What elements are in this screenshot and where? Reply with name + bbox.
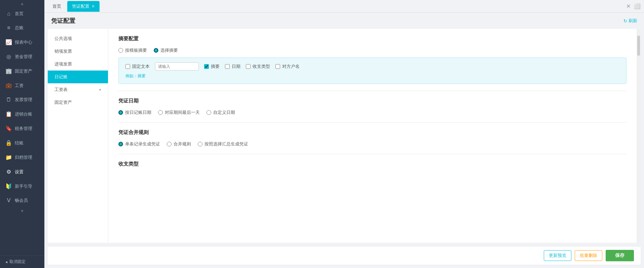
radio-custom-date[interactable]: 自定义日期 — [206, 109, 235, 116]
scrollbar-track[interactable] — [637, 29, 641, 243]
nav-item-fixed-assets[interactable]: 固定资产 — [48, 96, 108, 109]
fixed-text-checkbox[interactable] — [125, 64, 130, 69]
radio-merge-rule-input[interactable] — [167, 142, 172, 146]
sidebar-item-assets[interactable]: 🏢 固定资产 — [0, 64, 44, 78]
radio-select-label: 选择摘要 — [160, 47, 178, 53]
checkbox-summary[interactable]: 摘要 — [204, 63, 220, 70]
sidebar-item-tax[interactable]: 🔖 税务管理 — [0, 121, 44, 136]
vip-icon: V — [5, 197, 12, 204]
scrollbar-thumb[interactable] — [637, 36, 640, 56]
radio-by-select[interactable]: 按照选择汇总生成凭证 — [198, 141, 248, 147]
radio-custom-date-label: 自定义日期 — [213, 109, 235, 116]
sidebar-item-label: 资金管理 — [15, 54, 32, 60]
save-button[interactable]: 保存 — [606, 250, 634, 261]
invoice-icon: 🗒 — [5, 97, 12, 103]
reports-icon: 📈 — [5, 39, 12, 45]
summary-section-title: 摘要配置 — [118, 36, 627, 42]
tab-voucher[interactable]: 凭证配置 ✕ — [67, 1, 100, 12]
chevron-down-icon: ▾ — [99, 88, 101, 92]
date-label: 日期 — [232, 63, 240, 70]
sidebar-item-inout[interactable]: 📋 进销台账 — [0, 107, 44, 121]
sidebar-item-funds[interactable]: ◎ 资金管理 — [0, 49, 44, 64]
sidebar-item-salary[interactable]: 💼 工资 — [0, 78, 44, 93]
refresh-button[interactable]: ↻ 刷新 — [623, 18, 637, 24]
nav-item-purchase[interactable]: 进项发票 — [48, 58, 108, 71]
tab-voucher-label: 凭证配置 — [72, 3, 89, 9]
content-layout: 公共选项 销项发票 进项发票 日记账 工资表 ▾ 固定资产 — [48, 29, 641, 243]
checkbox-income-type[interactable]: 收支类型 — [246, 63, 270, 70]
summary-checkbox[interactable] — [204, 64, 209, 69]
radio-journal-date[interactable]: 按日记账日期 — [118, 109, 151, 116]
window-close-button[interactable]: ✕ — [626, 3, 631, 9]
income-type-checkbox[interactable] — [246, 64, 251, 69]
sidebar-item-guide[interactable]: 🔰 新手引导 — [0, 179, 44, 193]
fixed-text-label: 固定文本 — [132, 63, 150, 70]
radio-template-summary[interactable]: 按模板摘要 — [118, 47, 147, 53]
income-type-title: 收支类型 — [118, 161, 627, 167]
income-type-label: 收支类型 — [253, 63, 270, 70]
sidebar-item-label: 总账 — [15, 25, 24, 31]
tab-home[interactable]: 首页 — [48, 1, 66, 12]
nav-item-label: 工资表 — [54, 87, 68, 93]
radio-single-record[interactable]: 单条记录生成凭证 — [118, 141, 160, 147]
radio-by-select-input[interactable] — [198, 142, 202, 146]
counterpart-label: 对方户名 — [282, 63, 300, 70]
refresh-label: 刷新 — [629, 18, 637, 24]
radio-journal-date-input[interactable] — [118, 110, 123, 115]
radio-journal-date-label: 按日记账日期 — [125, 109, 151, 116]
voucher-date-title: 凭证日期 — [118, 98, 627, 104]
nav-item-label: 固定资产 — [54, 99, 72, 105]
sidebar-item-label: 归档管理 — [15, 154, 32, 161]
tab-close-icon[interactable]: ✕ — [91, 4, 95, 9]
summary-label: 摘要 — [211, 63, 220, 70]
divider-2 — [118, 122, 627, 123]
radio-custom-date-input[interactable] — [206, 110, 211, 115]
nav-item-payroll[interactable]: 工资表 ▾ — [48, 83, 108, 96]
sidebar-item-invoice[interactable]: 🗒 发票管理 — [0, 93, 44, 107]
date-checkbox[interactable] — [225, 64, 230, 69]
sidebar-item-ledger[interactable]: ≡ 总账 — [0, 21, 44, 35]
divider-3 — [118, 154, 627, 154]
sidebar-item-settings[interactable]: ⚙ 设置 — [0, 165, 44, 179]
sidebar-item-close-account[interactable]: 🔒 结账 — [0, 136, 44, 150]
radio-select-summary[interactable]: 选择摘要 — [154, 47, 178, 53]
main-area: 首页 凭证配置 ✕ ✕ ⬜ 凭证配置 ↻ 刷新 公共选项 销项发票 — [44, 0, 644, 268]
sidebar-footer-label: 取消固定 — [9, 259, 26, 265]
update-preview-button[interactable]: 更新预览 — [544, 250, 571, 261]
checkbox-date[interactable]: 日期 — [225, 63, 240, 70]
window-resize-button[interactable]: ⬜ — [634, 3, 641, 9]
nav-item-public[interactable]: 公共选项 — [48, 32, 108, 45]
sidebar-item-label: 新手引导 — [15, 183, 32, 189]
radio-merge-rule[interactable]: 合并规则 — [167, 141, 191, 147]
page-title: 凭证配置 — [51, 17, 75, 25]
sidebar-item-label: 设置 — [15, 169, 24, 175]
radio-single-record-input[interactable] — [118, 142, 123, 146]
sidebar-item-vip[interactable]: V 畅会员 — [0, 193, 44, 208]
fixed-text-input[interactable] — [155, 62, 199, 71]
radio-by-select-label: 按照选择汇总生成凭证 — [204, 141, 248, 147]
sidebar-item-label: 发票管理 — [15, 97, 32, 103]
radio-select-input[interactable] — [154, 48, 158, 53]
counterpart-checkbox[interactable] — [275, 64, 280, 69]
sidebar-item-reports[interactable]: 📈 报表中心 — [0, 35, 44, 49]
summary-section: 摘要配置 按模板摘要 选择摘要 — [118, 36, 627, 84]
voucher-date-section: 凭证日期 按日记账日期 对应期间最后一天 自定义日期 — [118, 98, 627, 116]
radio-due-date-last-input[interactable] — [158, 110, 163, 115]
sidebar-item-home[interactable]: ⌂ 首页 — [0, 7, 44, 21]
nav-item-journal[interactable]: 日记账 — [48, 71, 108, 83]
close-account-icon: 🔒 — [5, 140, 12, 146]
checkbox-counterpart[interactable]: 对方户名 — [275, 63, 300, 70]
sidebar-unpin-button[interactable]: ◂ 取消固定 — [0, 255, 44, 268]
batch-delete-button[interactable]: 批量删除 — [575, 250, 602, 261]
refresh-icon: ↻ — [623, 18, 627, 24]
sidebar-scroll-down[interactable]: ▼ — [0, 208, 44, 214]
tab-home-label: 首页 — [52, 3, 61, 9]
sidebar-item-archive[interactable]: 📁 归档管理 — [0, 150, 44, 165]
radio-template-input[interactable] — [118, 48, 123, 53]
checkbox-fixed-text[interactable]: 固定文本 — [125, 63, 150, 70]
radio-due-date-last[interactable]: 对应期间最后一天 — [158, 109, 200, 116]
sidebar-scroll-up[interactable]: ▲ — [0, 0, 44, 7]
settings-icon: ⚙ — [5, 169, 12, 175]
radio-merge-rule-label: 合并规则 — [174, 141, 191, 147]
nav-item-sales[interactable]: 销项发票 — [48, 45, 108, 58]
